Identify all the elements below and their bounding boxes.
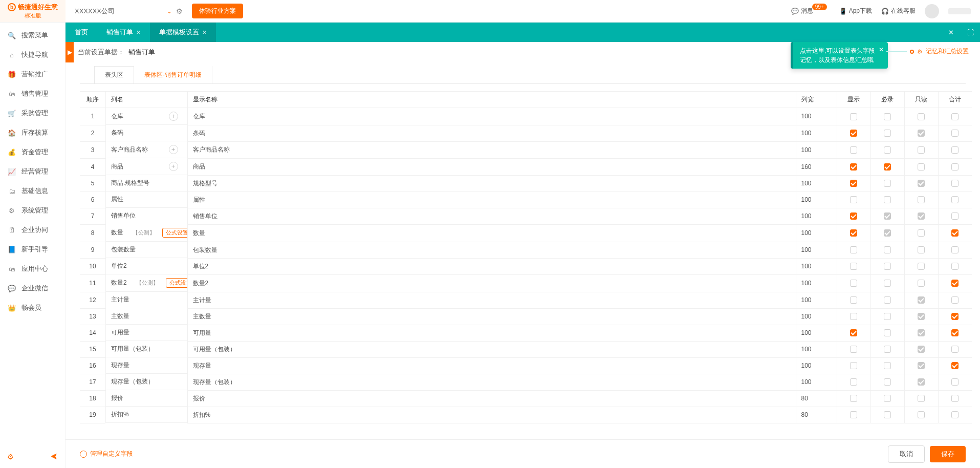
sidebar-item-3[interactable]: 🛍销售管理 [0, 84, 65, 103]
cell-display[interactable]: 规格型号 [187, 175, 796, 192]
checkbox[interactable] [850, 313, 857, 320]
cell-width[interactable]: 100 [796, 292, 837, 308]
checkbox[interactable] [884, 329, 891, 336]
expand-plus-icon[interactable]: + [169, 145, 178, 154]
checkbox[interactable] [884, 346, 891, 353]
cell-display[interactable]: 数量2 [187, 274, 796, 292]
formula-link[interactable]: 公式设置 [162, 228, 187, 238]
service-link[interactable]: 🎧 在线客服 [881, 7, 916, 15]
checkbox[interactable] [951, 263, 959, 270]
checkbox[interactable] [850, 296, 857, 304]
avatar[interactable] [925, 4, 939, 18]
checkbox[interactable] [884, 411, 891, 418]
hint-close-icon[interactable]: ✕ [879, 45, 884, 54]
checkbox[interactable] [951, 130, 959, 137]
checkbox[interactable] [951, 362, 959, 369]
checkbox[interactable] [850, 163, 857, 171]
context-expand-handle[interactable]: ▶ [66, 42, 74, 62]
checkbox[interactable] [951, 395, 959, 402]
manage-custom-fields-link[interactable]: 管理自定义字段 [80, 450, 133, 458]
cell-width[interactable]: 100 [796, 208, 837, 224]
checkbox[interactable] [850, 378, 857, 386]
cell-display[interactable]: 折扣% [187, 407, 796, 423]
cell-display[interactable]: 主数量 [187, 308, 796, 325]
tab-2[interactable]: 单据模板设置✕ [150, 23, 216, 42]
cell-width[interactable]: 100 [796, 125, 837, 141]
sidebar-item-0[interactable]: 🔍搜索菜单 [0, 26, 65, 45]
checkbox[interactable] [951, 212, 959, 220]
checkbox[interactable] [850, 329, 857, 336]
checkbox[interactable] [951, 411, 959, 418]
checkbox[interactable] [884, 296, 891, 304]
cell-display[interactable]: 现存量（包装） [187, 374, 796, 390]
checkbox[interactable] [951, 196, 959, 203]
checkbox[interactable] [884, 146, 891, 154]
cell-width[interactable]: 160 [796, 158, 837, 175]
checkbox[interactable] [951, 146, 959, 154]
cell-width[interactable]: 80 [796, 390, 837, 407]
checkbox[interactable] [918, 280, 925, 287]
cell-width[interactable]: 100 [796, 274, 837, 292]
checkbox[interactable] [918, 229, 925, 237]
trial-button[interactable]: 体验行业方案 [192, 4, 243, 18]
cell-display[interactable]: 可用量（包装） [187, 341, 796, 357]
tab-1[interactable]: 销售订单✕ [97, 23, 150, 42]
save-button[interactable]: 保存 [930, 446, 966, 462]
checkbox[interactable] [850, 280, 857, 287]
checkbox[interactable] [850, 263, 857, 270]
expand-plus-icon[interactable]: + [169, 162, 178, 171]
checkbox[interactable] [918, 263, 925, 270]
checkbox[interactable] [884, 378, 891, 386]
checkbox[interactable] [951, 113, 959, 120]
cell-width[interactable]: 100 [796, 192, 837, 208]
checkbox[interactable] [918, 196, 925, 203]
tab-0[interactable]: 首页 [66, 23, 97, 42]
cell-display[interactable]: 仓库 [187, 108, 796, 125]
checkbox[interactable] [951, 180, 959, 187]
checkbox[interactable] [884, 280, 891, 287]
checkbox[interactable] [884, 395, 891, 402]
checkbox[interactable] [884, 113, 891, 120]
cell-width[interactable]: 100 [796, 242, 837, 258]
sidebar-item-6[interactable]: 💰资金管理 [0, 142, 65, 162]
checkbox[interactable] [850, 395, 857, 402]
tab-close-icon[interactable]: ✕ [202, 29, 207, 36]
checkbox[interactable] [884, 313, 891, 320]
cell-display[interactable]: 属性 [187, 192, 796, 208]
settings-gear-icon[interactable]: ⚙ [176, 7, 183, 15]
checkbox[interactable] [850, 113, 857, 120]
cell-display[interactable]: 报价 [187, 390, 796, 407]
sidebar-item-1[interactable]: ⌂快捷导航 [0, 45, 65, 65]
checkbox[interactable] [850, 229, 857, 237]
checkbox[interactable] [918, 395, 925, 402]
cell-width[interactable]: 100 [796, 308, 837, 325]
cell-width[interactable]: 100 [796, 374, 837, 390]
tabs-expand-icon[interactable]: ⛶ [961, 23, 980, 42]
checkbox[interactable] [884, 196, 891, 203]
cell-width[interactable]: 100 [796, 341, 837, 357]
cell-width[interactable]: 100 [796, 108, 837, 125]
cell-width[interactable]: 100 [796, 357, 837, 374]
checkbox[interactable] [951, 163, 959, 171]
checkbox[interactable] [850, 411, 857, 418]
checkbox[interactable] [884, 130, 891, 137]
sidebar-item-10[interactable]: 🗓企业协同 [0, 220, 65, 240]
checkbox[interactable] [884, 362, 891, 369]
cancel-button[interactable]: 取消 [888, 445, 925, 463]
checkbox[interactable] [884, 246, 891, 253]
checkbox[interactable] [951, 280, 959, 287]
cell-display[interactable]: 商品 [187, 158, 796, 175]
sidebar-item-13[interactable]: 💬企业微信 [0, 279, 65, 298]
cell-display[interactable]: 包装数量 [187, 242, 796, 258]
messages-link[interactable]: 💬 消息 99+ [791, 7, 830, 15]
download-link[interactable]: 📱 App下载 [839, 7, 872, 15]
memory-summary-link[interactable]: ⚙ 记忆和汇总设置 [886, 47, 969, 56]
sidebar-item-8[interactable]: 🗂基础信息 [0, 181, 65, 201]
checkbox[interactable] [951, 346, 959, 353]
cell-display[interactable]: 主计量 [187, 292, 796, 308]
formula-link[interactable]: 公式设置 [166, 278, 187, 288]
tabs-close-all-icon[interactable]: ✕ [941, 23, 961, 42]
cell-display[interactable]: 销售单位 [187, 208, 796, 224]
sidebar-item-12[interactable]: 🛍应用中心 [0, 259, 65, 279]
checkbox[interactable] [850, 246, 857, 253]
